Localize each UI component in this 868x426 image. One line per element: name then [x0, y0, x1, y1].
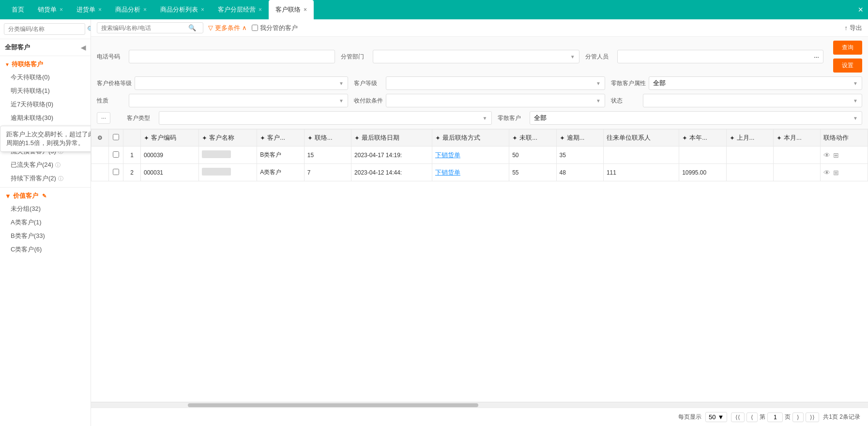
col-not-contacted[interactable]: ✦ 未联... — [509, 130, 556, 147]
sidebar-search-input[interactable] — [4, 23, 85, 35]
col-settings[interactable]: ⚙ — [91, 130, 109, 147]
page-prefix: 第 — [760, 413, 765, 421]
next-page-button[interactable]: ⟩ — [792, 412, 804, 422]
sidebar: 🔍 全部客户 ◀ ▼ 待联络客户 今天待联络(0) 明天待联络(1) 近7天待联… — [0, 19, 91, 426]
col-overdue[interactable]: ✦ 逾期... — [556, 130, 603, 147]
sidebar-item-today[interactable]: 今天待联络(0) — [0, 71, 91, 84]
col-last-date[interactable]: ✦ 最后联络日期 — [351, 130, 432, 147]
sidebar-item-churned[interactable]: 已流失客户(24) ⓘ — [0, 158, 91, 172]
row-select-0[interactable] — [113, 151, 119, 158]
my-customer-checkbox[interactable] — [252, 25, 258, 31]
filter-payment-select[interactable]: ▼ — [386, 94, 605, 107]
filter-customer-level-select[interactable]: ▼ — [386, 76, 605, 90]
sidebar-item-declining[interactable]: 持续下滑客户(2) ⓘ — [0, 172, 91, 185]
select-all-checkbox[interactable] — [113, 134, 119, 140]
sidebar-value-group[interactable]: ▼ 价值客户 ✎ — [0, 190, 91, 202]
filter-price-level-select[interactable]: ▼ — [135, 76, 348, 90]
scroll-thumb[interactable] — [188, 403, 478, 407]
nav-product-analysis[interactable]: 商品分析 × — [108, 0, 153, 19]
chevron-down-icon-price: ▼ — [339, 81, 344, 86]
sidebar-item-7days[interactable]: 近7天待联络(0) — [0, 98, 91, 111]
sidebar-all-customers[interactable]: 全部客户 ◀ — [0, 39, 91, 56]
sidebar-item-ungrouped[interactable]: 未分组(32) — [0, 202, 91, 216]
prev-page-button[interactable]: ⟨ — [746, 412, 758, 422]
global-close-button[interactable]: × — [858, 5, 863, 15]
row-select-1[interactable] — [113, 169, 119, 175]
nav-product-analysis-list[interactable]: 商品分析列表 × — [153, 0, 211, 19]
filter-manager-select[interactable]: ··· — [617, 50, 823, 63]
nav-purchase-order-close[interactable]: × — [98, 6, 102, 13]
search-input[interactable] — [101, 25, 188, 31]
more-filters-button[interactable]: ▽ 更多条件 ∧ — [208, 24, 247, 32]
last-contact-way-link-1[interactable]: 下销货单 — [435, 169, 460, 176]
action-eye-icon-1[interactable]: 👁 — [823, 169, 830, 176]
col-this-year[interactable]: ✦ 本年... — [679, 130, 726, 147]
nav-product-analysis-close[interactable]: × — [143, 6, 147, 13]
filter-customer-type: 客户类型 ▼ — [127, 111, 492, 125]
row-settings-0 — [91, 147, 109, 164]
filter-dept-select[interactable]: ▼ — [373, 50, 579, 63]
filter-icon: ▽ — [208, 24, 213, 31]
col-contact[interactable]: ✦ 联络... — [304, 130, 351, 147]
last-contact-way-link-0[interactable]: 下销货单 — [435, 151, 460, 159]
row-last-way-1[interactable]: 下销货单 — [432, 164, 509, 181]
search-icon[interactable]: 🔍 — [188, 24, 196, 31]
filter-status-select[interactable]: ▼ — [643, 94, 862, 107]
action-grid-icon-0[interactable]: ⊞ — [833, 151, 839, 159]
filter-phone-input[interactable] — [129, 50, 335, 63]
row-company-contacts-0 — [603, 147, 679, 164]
col-last-month[interactable]: ✦ 上月... — [726, 130, 773, 147]
more-filter-button[interactable]: ··· — [97, 112, 110, 124]
sidebar-pending-section: ▼ 待联络客户 今天待联络(0) 明天待联络(1) 近7天待联络(0) 逾期未联… — [0, 56, 91, 127]
nav-customer-layered-close[interactable]: × — [259, 6, 262, 13]
sidebar-collapse-icons[interactable]: ◀ — [81, 44, 86, 51]
set-button[interactable]: 设置 — [833, 59, 862, 73]
nav-customer-contact[interactable]: 客户联络 × — [269, 0, 314, 19]
nav-customer-layered[interactable]: 客户分层经营 × — [211, 0, 269, 19]
nav-purchase-order[interactable]: 进货单 × — [70, 0, 108, 19]
sidebar-item-c-class[interactable]: C类客户(6) — [0, 243, 91, 256]
horizontal-scrollbar[interactable] — [91, 402, 868, 408]
row-num-1: 2 — [123, 164, 141, 181]
nav-product-analysis-list-close[interactable]: × — [201, 6, 204, 13]
last-page-button[interactable]: ⟩⟩ — [806, 412, 819, 422]
col-company-contacts[interactable]: 往来单位联系人 — [603, 130, 679, 147]
sidebar-item-a-class[interactable]: A类客户(1) — [0, 216, 91, 229]
action-eye-icon-0[interactable]: 👁 — [823, 151, 830, 159]
query-button[interactable]: 查询 — [833, 41, 862, 55]
filter-payment-label: 收付款条件 — [354, 97, 383, 105]
filter-dept: 分管部门 ▼ — [341, 50, 579, 63]
sidebar-divider-2 — [0, 187, 91, 188]
col-type[interactable]: ✦ 客户... — [257, 130, 304, 147]
nav-sales-order[interactable]: 销货单 × — [31, 0, 70, 19]
filter-scattered-attr-select[interactable]: 全部 ▼ — [649, 76, 862, 90]
filter-nature-select[interactable]: ▼ — [129, 94, 348, 107]
sidebar-item-b-class[interactable]: B类客户(33) — [0, 229, 91, 243]
nav-customer-contact-close[interactable]: × — [304, 6, 307, 13]
edit-icon[interactable]: ✎ — [42, 193, 46, 199]
nav-sales-order-close[interactable]: × — [60, 6, 63, 13]
col-name[interactable]: ✦ 客户名称 — [199, 130, 257, 147]
sidebar-item-overdue[interactable]: 逾期未联络(30) — [0, 111, 91, 125]
per-page-select[interactable]: 50 ▼ — [705, 412, 727, 422]
sidebar-collapse-icon[interactable]: ◀ — [81, 44, 86, 51]
filter-customer-type-select[interactable]: ▼ — [159, 111, 492, 125]
export-button[interactable]: ↑ 导出 — [845, 24, 863, 32]
col-code[interactable]: ✦ 客户编码 — [141, 130, 199, 147]
nav-home[interactable]: 首页 — [5, 0, 31, 19]
first-page-button[interactable]: ⟨⟨ — [731, 412, 745, 422]
sidebar-search-icon[interactable]: 🔍 — [87, 26, 91, 33]
filter-more: ··· — [97, 112, 121, 124]
col-this-month[interactable]: ✦ 本月... — [773, 130, 820, 147]
row-company-contacts-1: 111 — [603, 164, 679, 181]
sidebar-pending-title[interactable]: ▼ 待联络客户 — [0, 58, 91, 71]
page-number-input[interactable] — [767, 412, 783, 422]
row-contact-1: 7 — [304, 164, 351, 181]
per-page-label: 每页显示 — [678, 413, 701, 421]
filter-scattered-customer-select[interactable]: 全部 ▼ — [530, 111, 863, 125]
action-grid-icon-1[interactable]: ⊞ — [833, 169, 839, 176]
row-last-way-0[interactable]: 下销货单 — [432, 147, 509, 164]
filter-dept-label: 分管部门 — [341, 53, 370, 61]
sidebar-item-tomorrow[interactable]: 明天待联络(1) — [0, 84, 91, 98]
col-last-way[interactable]: ✦ 最后联络方式 — [432, 130, 509, 147]
